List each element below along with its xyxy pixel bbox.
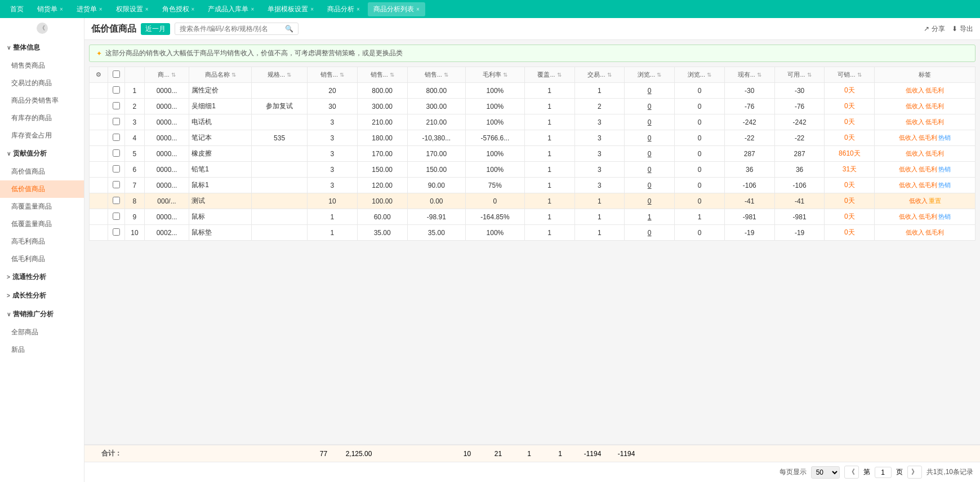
sidebar-item-high-value[interactable]: 高价值商品 (0, 163, 84, 180)
th-trade[interactable]: 交易... ⇅ (574, 67, 625, 83)
sidebar-item-all-goods[interactable]: 全部商品 (0, 324, 84, 341)
th-sales-amount[interactable]: 销售... ⇅ (407, 67, 465, 83)
td-checkbox[interactable] (108, 114, 124, 130)
td-browse1[interactable]: 0 (625, 225, 675, 241)
browse-link[interactable]: 0 (648, 150, 652, 158)
browse-link[interactable]: 1 (648, 213, 652, 221)
td-checkbox[interactable] (108, 178, 124, 193)
sidebar-item-stock-capital[interactable]: 库存资金占用 (0, 127, 84, 144)
first-page-btn[interactable]: 《 (844, 466, 859, 479)
sidebar-item-category-sales-rate[interactable]: 商品分类销售率 (0, 92, 84, 109)
th-sales-qty[interactable]: 销售... ⇅ (307, 67, 357, 83)
sidebar-item-high-margin[interactable]: 高毛利商品 (0, 233, 84, 250)
row-checkbox[interactable] (113, 118, 120, 125)
td-browse1[interactable]: 0 (625, 178, 675, 193)
nav-close-purchase[interactable]: × (99, 6, 103, 12)
nav-home[interactable]: 首页 (5, 2, 29, 16)
browse-link[interactable]: 0 (648, 182, 652, 189)
row-checkbox[interactable] (113, 181, 120, 188)
row-checkbox[interactable] (113, 213, 120, 220)
sidebar-item-high-coverage[interactable]: 高覆盖量商品 (0, 198, 84, 215)
browse-link[interactable]: 0 (648, 229, 652, 237)
row-checkbox[interactable] (113, 228, 120, 236)
nav-product-in[interactable]: 产成品入库单 × (202, 2, 260, 16)
td-checkbox[interactable] (108, 83, 124, 99)
nav-close-product-analysis-list[interactable]: × (416, 6, 420, 12)
nav-close-product-in[interactable]: × (251, 6, 254, 12)
th-browse1[interactable]: 浏览... ⇅ (625, 67, 675, 83)
page-size-select[interactable]: 50 100 200 (811, 466, 840, 479)
nav-sales[interactable]: 销货单 × (32, 2, 69, 16)
nav-permission[interactable]: 权限设置 × (110, 2, 154, 16)
th-gross-margin[interactable]: 毛利率 ⇅ (466, 67, 525, 83)
td-browse1[interactable]: 0 (625, 99, 675, 114)
td-checkbox[interactable] (108, 193, 124, 209)
sidebar-group-marketing[interactable]: ∨ 营销推广分析 (0, 305, 84, 324)
row-checkbox[interactable] (113, 149, 120, 157)
th-coverage[interactable]: 覆盖... ⇅ (524, 67, 574, 83)
nav-product-analysis-list[interactable]: 商品分析列表 × (368, 2, 425, 16)
th-sellable[interactable]: 可销... ⇅ (825, 67, 875, 83)
nav-role[interactable]: 角色授权 × (157, 2, 201, 16)
sidebar-item-low-margin[interactable]: 低毛利商品 (0, 250, 84, 268)
nav-close-sales[interactable]: × (60, 6, 63, 12)
th-name[interactable]: 商品名称 ⇅ (189, 67, 252, 83)
browse-link[interactable]: 0 (648, 87, 652, 95)
td-checkbox[interactable] (108, 162, 124, 178)
export-button[interactable]: ⬇ 导出 (952, 24, 973, 34)
nav-purchase[interactable]: 进货单 × (71, 2, 108, 16)
search-icon[interactable]: 🔍 (285, 25, 293, 33)
td-browse1[interactable]: 0 (625, 114, 675, 130)
nav-close-product-analysis[interactable]: × (357, 6, 360, 12)
td-browse1[interactable]: 0 (625, 130, 675, 146)
search-input[interactable] (180, 25, 283, 33)
sidebar-item-low-value[interactable]: 低价值商品 (0, 180, 84, 198)
row-checkbox[interactable] (113, 86, 120, 94)
td-browse1[interactable]: 0 (625, 162, 675, 178)
page-input[interactable] (875, 467, 892, 478)
browse-link[interactable]: 0 (648, 166, 652, 174)
td-checkbox[interactable] (108, 146, 124, 162)
row-checkbox[interactable] (113, 134, 120, 141)
th-sales-price[interactable]: 销售... ⇅ (357, 67, 407, 83)
sidebar-item-low-coverage[interactable]: 低覆盖量商品 (0, 215, 84, 233)
td-browse1[interactable]: 1 (625, 209, 675, 225)
th-code[interactable]: 商... ⇅ (144, 67, 189, 83)
browse-link[interactable]: 0 (648, 118, 652, 126)
browse-link[interactable]: 0 (648, 134, 652, 142)
th-available[interactable]: 可用... ⇅ (774, 67, 825, 83)
td-checkbox[interactable] (108, 130, 124, 146)
sidebar-group-overall[interactable]: ∨ 整体信息 (0, 38, 84, 57)
share-button[interactable]: ↗ 分享 (924, 24, 945, 34)
sidebar-group-growth[interactable]: > 成长性分析 (0, 286, 84, 305)
td-checkbox[interactable] (108, 225, 124, 241)
next-page-btn[interactable]: 》 (907, 466, 922, 479)
sidebar-item-sales-goods[interactable]: 销售类商品 (0, 57, 84, 74)
row-checkbox[interactable] (113, 102, 120, 109)
td-browse1[interactable]: 0 (625, 193, 675, 209)
th-settings[interactable]: ⚙ (90, 67, 108, 83)
sidebar-item-traded-goods[interactable]: 交易过的商品 (0, 74, 84, 92)
th-browse2[interactable]: 浏览... ⇅ (675, 67, 725, 83)
nav-close-role[interactable]: × (191, 6, 195, 12)
sidebar-collapse-btn[interactable]: 《 (37, 23, 48, 34)
nav-close-template[interactable]: × (310, 6, 314, 12)
select-all-checkbox[interactable] (113, 70, 120, 78)
nav-product-analysis[interactable]: 商品分析 × (322, 2, 366, 16)
sidebar-item-stock-goods[interactable]: 有库存的商品 (0, 109, 84, 127)
sidebar-item-new-goods[interactable]: 新品 (0, 341, 84, 359)
sidebar-group-liquidity[interactable]: > 流通性分析 (0, 268, 84, 286)
row-checkbox[interactable] (113, 165, 120, 173)
td-browse1[interactable]: 0 (625, 83, 675, 99)
th-current-stock[interactable]: 现有... ⇅ (724, 67, 774, 83)
browse-link[interactable]: 0 (648, 103, 652, 110)
nav-template[interactable]: 单据模板设置 × (262, 2, 319, 16)
td-checkbox[interactable] (108, 99, 124, 114)
th-spec[interactable]: 规格... ⇅ (252, 67, 308, 83)
row-checkbox[interactable] (113, 197, 120, 204)
browse-link[interactable]: 0 (648, 197, 652, 205)
td-browse1[interactable]: 0 (625, 146, 675, 162)
td-checkbox[interactable] (108, 209, 124, 225)
nav-close-permission[interactable]: × (145, 6, 149, 12)
filter-tag[interactable]: 近一月 (141, 23, 170, 35)
